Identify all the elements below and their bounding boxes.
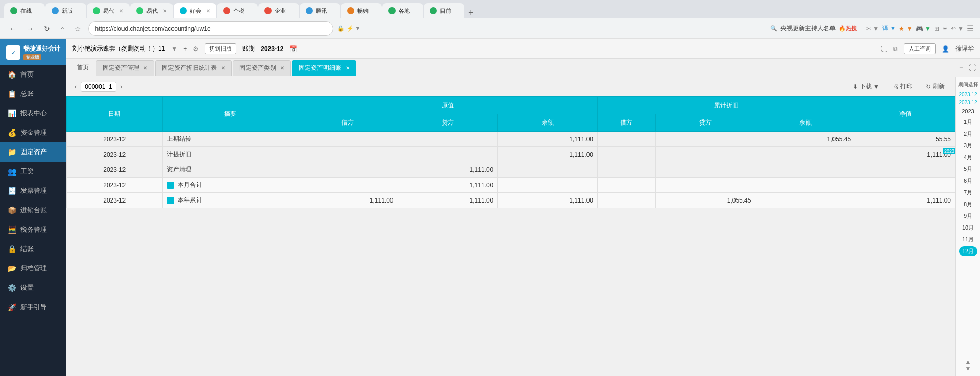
calendar-icon[interactable]: 📅	[289, 45, 297, 53]
cell-accum-debit-2	[598, 147, 656, 162]
browser-tab-tencent[interactable]: 腾讯	[300, 3, 340, 18]
annual-icon: +	[167, 197, 174, 204]
browser-tab-qiye[interactable]: 企业	[258, 3, 299, 18]
switch-version-button[interactable]: 切到旧版	[205, 43, 236, 54]
period-item-date2[interactable]: 2023.12	[959, 99, 977, 105]
tab-close-icon[interactable]: ✕	[119, 8, 124, 14]
browser-tab-online[interactable]: 在线	[4, 3, 45, 18]
period-item-5[interactable]: 5月	[957, 164, 979, 174]
browser-tab-geshui[interactable]: 个税	[217, 3, 258, 18]
cell-summary-2: 计提折旧	[162, 147, 298, 162]
tab-assets-mgmt-close-icon[interactable]: ✕	[143, 65, 148, 71]
tab-assets-depre[interactable]: 固定资产折旧统计表 ✕	[155, 60, 232, 76]
cell-orig-balance-1: 1,111.00	[498, 132, 598, 147]
hot-search-label[interactable]: 🔥热搜	[839, 24, 857, 32]
tab-close-icon[interactable]: ✕	[163, 8, 167, 14]
user-avatar-icon: 👤	[942, 45, 949, 53]
cell-orig-credit-2	[398, 147, 498, 162]
browser-tab-gedi[interactable]: 各地	[382, 3, 423, 18]
sidebar-item-closing[interactable]: 🔒 结账	[0, 239, 66, 259]
scroll-up-icon[interactable]: ▲	[965, 358, 971, 365]
sidebar-item-reports[interactable]: 📊 报表中心	[0, 104, 66, 123]
pagination: ‹ ›	[72, 82, 125, 92]
browser-chrome: 在线 新版 易代 ✕ 易代 ✕ 好会 ✕ 个税 企业	[0, 0, 980, 39]
new-tab-button[interactable]: +	[465, 8, 477, 18]
page-input[interactable]	[81, 82, 116, 92]
fullscreen-icon[interactable]: ⛶	[881, 45, 887, 53]
tab-title: 在线	[20, 7, 39, 15]
cell-orig-debit-3	[298, 162, 398, 178]
download-button[interactable]: ⬇ 下载 ▼	[848, 80, 884, 93]
period-item-10[interactable]: 10月	[957, 223, 979, 233]
tab-assets-cat[interactable]: 固定资产类别 ✕	[233, 60, 291, 76]
tab-home[interactable]: 首页	[70, 60, 95, 75]
home-button[interactable]: ⌂	[57, 22, 67, 35]
back-button[interactable]: ←	[6, 22, 19, 35]
forward-button[interactable]: →	[23, 22, 37, 35]
sidebar-item-archive[interactable]: 📂 归档管理	[0, 259, 66, 278]
tab-assets-detail-close-icon[interactable]: ✕	[346, 65, 350, 71]
tab-assets-detail[interactable]: 固定资产明细账 ✕	[292, 60, 356, 76]
add-account-button[interactable]: +	[183, 45, 187, 53]
sidebar-item-stock[interactable]: 📦 进销台账	[0, 200, 66, 220]
resize-icon[interactable]: ⧉	[893, 45, 898, 53]
period-item-12[interactable]: 12月	[959, 246, 977, 256]
sidebar-item-payroll[interactable]: 👥 工资	[0, 162, 66, 181]
sidebar-item-home[interactable]: 🏠 首页	[0, 65, 66, 84]
period-item-7[interactable]: 7月	[957, 188, 979, 197]
sidebar-item-home-label: 首页	[20, 70, 34, 79]
tab-close-icon[interactable]: ✕	[206, 8, 210, 14]
sidebar-item-ledger[interactable]: 📋 总账	[0, 84, 66, 104]
sidebar-item-assets[interactable]: 📁 固定资产	[0, 142, 66, 162]
period-item-8[interactable]: 8月	[957, 199, 979, 209]
print-button[interactable]: 🖨 打印	[888, 80, 917, 93]
period-item-9[interactable]: 9月	[957, 211, 979, 221]
browser-tab-yidai2[interactable]: 易代 ✕	[130, 3, 173, 18]
period-item-4[interactable]: 4月	[957, 153, 979, 162]
period-item-1[interactable]: 1月	[957, 117, 979, 127]
browser-tab-yidai1[interactable]: 易代 ✕	[87, 3, 130, 18]
period-item-year[interactable]: 2023	[960, 107, 976, 115]
sidebar-item-settings[interactable]: ⚙️ 设置	[0, 278, 66, 297]
service-button[interactable]: 人工咨询	[904, 43, 936, 54]
dropdown-icon[interactable]: ▼	[171, 45, 177, 53]
address-input[interactable]	[88, 21, 333, 36]
browser-tab-muqian[interactable]: 目前	[424, 3, 464, 18]
tab-assets-mgmt[interactable]: 固定资产管理 ✕	[96, 60, 154, 76]
refresh-button[interactable]: ↻ 刷新	[921, 80, 949, 93]
bookmark-button[interactable]: ☆	[71, 22, 84, 35]
sidebar-item-assets-label: 固定资产	[20, 147, 47, 157]
reload-button[interactable]: ↻	[41, 22, 53, 35]
sidebar-item-invoice[interactable]: 🧾 发票管理	[0, 181, 66, 200]
brightness-icon: ☀	[942, 25, 948, 32]
tab-favicon	[347, 7, 354, 14]
sidebar-item-guide[interactable]: 🚀 新手引导	[0, 297, 66, 317]
side-panel: 期间选择 2023.12 2023.12 2023 1月 2月 3月 4月 5月…	[955, 77, 980, 376]
tab-minimize-icon[interactable]: －	[958, 63, 965, 72]
period-item-3[interactable]: 3月	[957, 141, 979, 151]
browser-tab-haokuai[interactable]: 好会 ✕	[174, 3, 216, 18]
sidebar-item-tax[interactable]: 🧮 税务管理	[0, 220, 66, 239]
next-page-button[interactable]: ›	[118, 82, 125, 91]
menu-icon[interactable]: ☰	[967, 23, 974, 33]
tab-assets-cat-close-icon[interactable]: ✕	[280, 65, 284, 71]
browser-tab-chang[interactable]: 畅购	[341, 3, 382, 18]
period-item-date1[interactable]: 2023.12	[959, 92, 977, 97]
tab-title: 易代	[103, 7, 114, 15]
cell-accum-balance-5	[755, 193, 855, 208]
period-item-11[interactable]: 11月	[957, 235, 979, 244]
period-item-2[interactable]: 2月	[957, 129, 979, 139]
sidebar-item-funds[interactable]: 💰 资金管理	[0, 123, 66, 142]
sidebar-item-invoice-label: 发票管理	[20, 186, 47, 195]
tab-title: 企业	[275, 7, 293, 15]
logo-text-block: 畅捷通好会计 专业版	[23, 44, 60, 61]
tab-assets-cat-label: 固定资产类别	[239, 64, 276, 72]
browser-tab-new[interactable]: 新版	[45, 3, 86, 18]
tab-expand-icon[interactable]: ⛶	[969, 64, 976, 72]
period-item-6[interactable]: 6月	[957, 176, 979, 186]
scroll-down-icon[interactable]: ▼	[965, 365, 971, 372]
prev-page-button[interactable]: ‹	[72, 82, 79, 91]
tab-assets-depre-close-icon[interactable]: ✕	[221, 65, 225, 71]
settings-btn[interactable]: ⚙	[193, 45, 199, 53]
main-panel: 刘小艳演示账套（勿删勿动！）11 ▼ + ⚙ 切到旧版 账期 2023-12 📅…	[66, 39, 980, 376]
